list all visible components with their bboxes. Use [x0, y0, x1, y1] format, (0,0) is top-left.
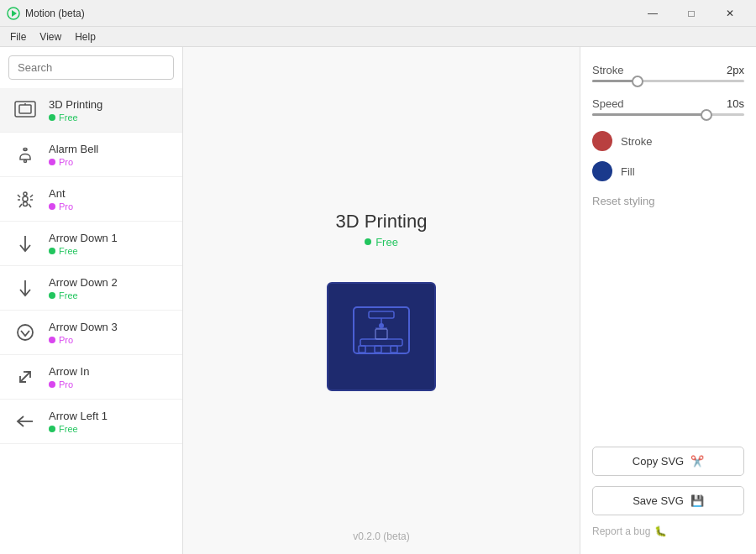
arrow-down-1-badge: Free: [49, 246, 118, 256]
arrow-in-badge: Pro: [49, 379, 89, 389]
speed-row: Speed 10s: [592, 97, 744, 110]
free-label-ad2: Free: [59, 290, 78, 301]
search-input[interactable]: [8, 55, 174, 80]
spacer: [592, 217, 744, 436]
3d-printing-badge: Free: [49, 112, 102, 123]
animation-preview: [327, 282, 436, 391]
3d-printing-name: 3D Printing: [49, 98, 102, 111]
sidebar-item-arrow-down-3[interactable]: Arrow Down 3 Pro: [0, 311, 182, 355]
ant-badge: Pro: [49, 201, 73, 212]
stroke-slider-thumb[interactable]: [632, 76, 643, 87]
speed-slider-fill: [592, 113, 706, 116]
arrow-in-info: Arrow In Pro: [49, 365, 89, 389]
pro-dot-ai: [49, 381, 55, 388]
copy-svg-icon: ✂️: [690, 455, 704, 468]
titlebar: Motion (beta) — □ ✕: [0, 0, 756, 27]
free-label: Free: [59, 112, 78, 123]
sidebar: 3D Printing Free: [0, 47, 183, 554]
svg-point-5: [24, 160, 27, 163]
stroke-value: 2px: [727, 64, 744, 76]
animation-free-dot: [365, 238, 371, 245]
stroke-row: Stroke 2px: [592, 64, 744, 76]
3d-printing-info: 3D Printing Free: [49, 98, 102, 123]
svg-line-11: [18, 195, 20, 197]
copy-svg-button[interactable]: Copy SVG ✂️: [592, 447, 744, 476]
3d-printing-icon: [10, 95, 40, 125]
arrow-in-name: Arrow In: [49, 365, 89, 378]
arrow-down-2-icon: [10, 273, 40, 303]
arrow-down-3-icon: [10, 317, 40, 348]
sidebar-item-ant[interactable]: Ant Pro: [0, 177, 182, 222]
app-body: 3D Printing Free: [0, 47, 756, 554]
arrow-down-3-info: Arrow Down 3 Pro: [49, 321, 118, 345]
sidebar-item-arrow-left-1[interactable]: Arrow Left 1 Free: [0, 400, 182, 444]
alarm-bell-info: Alarm Bell Pro: [49, 143, 98, 167]
svg-point-10: [24, 202, 28, 206]
sidebar-item-arrow-down-1[interactable]: Arrow Down 1 Free: [0, 222, 182, 266]
menu-help[interactable]: Help: [68, 29, 102, 44]
menu-view[interactable]: View: [33, 29, 68, 44]
free-dot-al1: [49, 426, 55, 432]
sidebar-item-3d-printing[interactable]: 3D Printing Free: [0, 88, 182, 133]
svg-point-26: [379, 323, 384, 328]
arrow-left-1-name: Arrow Left 1: [49, 410, 108, 422]
arrow-left-1-info: Arrow Left 1 Free: [49, 410, 108, 434]
maximize-button[interactable]: □: [672, 0, 711, 27]
stroke-slider-container: [592, 80, 744, 82]
arrow-down-3-name: Arrow Down 3: [49, 321, 118, 333]
report-bug-link[interactable]: Report a bug 🐛: [592, 525, 744, 537]
arrow-down-2-name: Arrow Down 2: [49, 276, 118, 289]
stroke-color-row[interactable]: Stroke: [592, 131, 744, 151]
stroke-color-label: Stroke: [621, 135, 653, 148]
free-dot: [49, 114, 55, 121]
speed-slider-track: [592, 113, 744, 116]
arrow-down-2-badge: Free: [49, 290, 118, 301]
speed-slider-container: [592, 113, 744, 116]
save-svg-icon: 💾: [690, 494, 704, 507]
ant-name: Ant: [49, 187, 73, 200]
svg-line-20: [20, 372, 30, 382]
alarm-bell-name: Alarm Bell: [49, 143, 98, 155]
menubar: File View Help: [0, 27, 756, 47]
pro-label-ai: Pro: [59, 379, 73, 389]
fill-color-row[interactable]: Fill: [592, 161, 744, 181]
pro-dot-ant: [49, 203, 55, 210]
arrow-down-3-badge: Pro: [49, 335, 118, 345]
animation-free-label: Free: [375, 236, 398, 248]
stroke-label: Stroke: [592, 64, 624, 76]
speed-section: Speed 10s: [592, 97, 744, 121]
svg-line-15: [19, 204, 22, 207]
arrow-in-icon: [10, 362, 40, 392]
ant-icon: [10, 184, 40, 214]
speed-label: Speed: [592, 97, 624, 110]
app-icon: [7, 7, 20, 20]
arrow-down-2-info: Arrow Down 2 Free: [49, 276, 118, 301]
sidebar-item-arrow-down-2[interactable]: Arrow Down 2 Free: [0, 266, 182, 311]
alarm-bell-badge: Pro: [49, 157, 98, 167]
version-label: v0.2.0 (beta): [353, 530, 409, 542]
svg-line-16: [29, 204, 31, 207]
svg-line-12: [30, 195, 33, 197]
arrow-down-1-name: Arrow Down 1: [49, 232, 118, 244]
save-svg-button[interactable]: Save SVG 💾: [592, 486, 744, 515]
menu-file[interactable]: File: [3, 29, 33, 44]
reset-styling-link[interactable]: Reset styling: [592, 195, 744, 207]
free-label-al1: Free: [59, 424, 78, 434]
stroke-color-swatch[interactable]: [592, 131, 612, 151]
sidebar-item-arrow-in[interactable]: Arrow In Pro: [0, 355, 182, 400]
stroke-section: Stroke 2px: [592, 64, 744, 87]
free-dot-ad2: [49, 292, 55, 299]
report-bug-label: Report a bug: [592, 525, 650, 537]
right-panel: Stroke 2px Speed 10s: [580, 47, 756, 554]
svg-point-19: [18, 325, 33, 340]
copy-svg-label: Copy SVG: [633, 455, 684, 468]
fill-color-swatch[interactable]: [592, 161, 612, 181]
main-content: 3D Printing Free: [183, 47, 580, 554]
fill-color-label: Fill: [621, 165, 635, 178]
animation-title: 3D Printing: [336, 211, 428, 233]
speed-slider-thumb[interactable]: [701, 109, 712, 121]
minimize-button[interactable]: —: [633, 0, 672, 27]
close-button[interactable]: ✕: [711, 0, 749, 27]
sidebar-item-alarm-bell[interactable]: Alarm Bell Pro: [0, 133, 182, 177]
arrow-down-1-icon: [10, 228, 40, 259]
